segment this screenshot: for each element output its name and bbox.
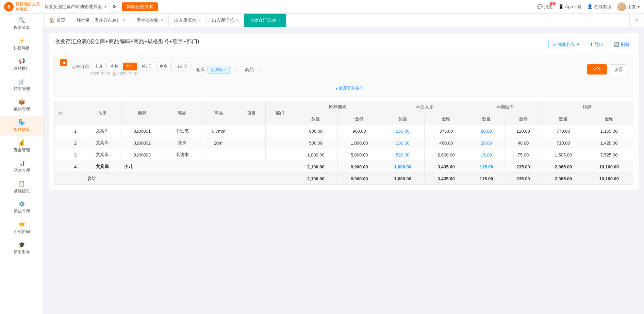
- sub-warehouse: 文具库: [84, 161, 120, 173]
- total-in-amount: 3,435.00: [425, 173, 468, 185]
- no-col-header: [67, 101, 84, 125]
- out-qty-header: 数量: [468, 113, 505, 125]
- gear-button[interactable]: ⚙: [110, 2, 119, 12]
- sidebar-item-label: 新手引导: [14, 249, 30, 255]
- refresh-icon: 🔄: [614, 42, 619, 47]
- tab-close-icon[interactable]: ×: [161, 18, 163, 23]
- date-btn-7days[interactable]: 近7天: [138, 63, 155, 70]
- sidebar-item-sales[interactable]: 🛒 销售管理: [0, 75, 43, 95]
- sales-icon: 🛒: [18, 78, 25, 85]
- row-in-qty[interactable]: 520.00: [381, 149, 425, 161]
- tab-close-all[interactable]: ×: [629, 14, 644, 27]
- total-bal-amount: 10,100.00: [585, 173, 633, 185]
- row-in-qty[interactable]: 250.00: [381, 125, 425, 137]
- sidebar-item-purchase[interactable]: 📦 采购管理: [0, 95, 43, 116]
- date-btn-last-month[interactable]: 上月: [92, 63, 106, 70]
- tab-in-out-flow[interactable]: 出入库流水 ×: [169, 14, 207, 27]
- expand-button[interactable]: ▾ 展开更多条件: [333, 84, 366, 93]
- date-btn-more[interactable]: 更多: [156, 63, 171, 70]
- warehouse-tag-close-icon[interactable]: ×: [224, 67, 227, 72]
- system-name-label: 装备及固定资产辅助管理系统: [44, 4, 102, 10]
- sidebar-item-guide[interactable]: 🎓 新手引导: [0, 238, 43, 259]
- refresh-button[interactable]: 🔄 刷新: [610, 40, 633, 49]
- filter-area: 记账日期 上月 本月 本年 近7天 更多: [71, 59, 627, 78]
- open-qty-header: 数量: [294, 113, 338, 125]
- tab-label: 出入库流水: [174, 17, 196, 23]
- warehouse-ellipsis[interactable]: ...: [232, 67, 240, 73]
- set-button[interactable]: 设置: [610, 64, 627, 75]
- collapse-arrow[interactable]: ◀: [60, 59, 67, 66]
- row-out-qty[interactable]: 15.00: [468, 149, 505, 161]
- row-out-qty[interactable]: 20.00: [468, 137, 505, 149]
- page-content: 收发存汇总表(按仓库+商品编码+商品+规格型号+项目+部门) 🖨 模板打印 ▾ …: [44, 27, 644, 314]
- sidebar-item-search[interactable]: 🔍 搜索菜单: [0, 14, 43, 34]
- sub-bal-qty: 2,985.00: [542, 161, 585, 173]
- app-download-button[interactable]: 📱 App下载: [558, 4, 582, 10]
- header-right-btns: 🖨 模板打印 ▾ ⬇ 导出 🔄 刷新: [548, 40, 633, 49]
- table-row: 2 文具库 0100002 胶水 20ml 500.00 1,000.00 23…: [55, 137, 633, 149]
- print-button[interactable]: 🖨 模板打印 ▾: [548, 40, 583, 49]
- sidebar-item-enterprise[interactable]: 🤝 企业协同: [0, 218, 43, 238]
- bal-amount-header: 金额: [585, 113, 633, 125]
- row-out-qty[interactable]: 80.00: [468, 125, 505, 137]
- export-button[interactable]: ⬇ 导出: [586, 40, 607, 49]
- sub-in-qty[interactable]: 1,000.00: [381, 161, 425, 173]
- row-in-qty[interactable]: 230.00: [381, 137, 425, 149]
- sub-out-qty[interactable]: 115.00: [468, 161, 505, 173]
- row-dept: [266, 149, 294, 161]
- tab-batch-ledger[interactable]: 库存批次账 ×: [131, 14, 169, 27]
- tab-close-icon[interactable]: ×: [198, 18, 201, 23]
- finance-icon: 💰: [18, 139, 25, 146]
- date-btn-this-month[interactable]: 本月: [107, 63, 121, 70]
- tab-home[interactable]: 🏠 首页: [44, 14, 71, 27]
- date-btn-this-year[interactable]: 本年: [123, 63, 137, 70]
- sub-open-qty: 2,100.00: [294, 161, 338, 173]
- warehouse-col-header: 仓库: [84, 101, 120, 125]
- tab-label: 收发存汇总表: [250, 17, 276, 23]
- tab-stock-dist[interactable]: 现存量（库存分布表） ×: [71, 14, 131, 27]
- sidebar-item-marketing[interactable]: 📢 营销推广: [0, 54, 43, 75]
- warehouse-tag[interactable]: 文具库 ×: [208, 66, 230, 74]
- system-dropdown-arrow[interactable]: ▾: [104, 4, 107, 9]
- sidebar-item-finance[interactable]: 💰 资金管理: [0, 136, 43, 156]
- logo-area: 6 畅捷通好生意 标准版: [4, 2, 40, 12]
- marketing-icon: 📢: [18, 58, 25, 64]
- sidebar-item-system[interactable]: ⚙️ 系统管理: [0, 197, 43, 218]
- export-icon: ⬇: [590, 42, 593, 47]
- print-dropdown-arrow: ▾: [577, 42, 579, 47]
- balance-group-header: 结存: [542, 101, 633, 113]
- tab-close-icon[interactable]: ×: [278, 18, 281, 23]
- sidebar-item-operations[interactable]: 📊 经营管理: [0, 156, 43, 177]
- sidebar-item-inventory[interactable]: 🏪 库存核算: [0, 116, 43, 136]
- row-no: 2: [67, 137, 84, 149]
- row-in-amount: 375.00: [425, 125, 468, 137]
- sub-label: 小计: [120, 161, 294, 173]
- sidebar-item-quick[interactable]: ⚡ 快捷导航: [0, 34, 43, 54]
- message-button[interactable]: 💬 消息 6: [537, 4, 553, 10]
- row-settings: [55, 137, 67, 149]
- row-settings: [55, 149, 67, 161]
- tab-close-icon[interactable]: ×: [236, 18, 238, 23]
- row-warehouse: 文具库: [84, 149, 120, 161]
- row-warehouse: 文具库: [84, 137, 120, 149]
- tab-in-out-summary[interactable]: 出入库汇总 ×: [207, 14, 244, 27]
- sidebar-item-base[interactable]: 📋 基础信息: [0, 177, 43, 197]
- date-btn-custom[interactable]: 自定义: [172, 63, 191, 70]
- total-bal-qty: 2,985.00: [542, 173, 585, 185]
- logo-icon: 6: [4, 2, 14, 12]
- settings-col-header[interactable]: ⚙: [55, 101, 67, 125]
- sidebar-item-label: 经营管理: [14, 168, 30, 173]
- row-out-amount: 40.00: [505, 137, 542, 149]
- goods-ellipsis[interactable]: ...: [257, 67, 264, 73]
- main-layout: 🔍 搜索菜单 ⚡ 快捷导航 📢 营销推广 🛒 销售管理 📦 采购管理 🏪: [0, 14, 644, 314]
- row-out-amount: 120.00: [505, 125, 542, 137]
- tab-recv-send-summary[interactable]: 收发存汇总表 ×: [244, 14, 286, 27]
- trial-button[interactable]: 体验行业方案: [122, 2, 158, 11]
- tab-close-icon[interactable]: ×: [123, 18, 125, 23]
- user-menu[interactable]: 用友 ▾: [617, 2, 640, 11]
- query-button[interactable]: 查询: [587, 64, 607, 75]
- online-service-button[interactable]: 👤 在线客服: [587, 4, 612, 10]
- row-goods-code: 0100003: [120, 149, 164, 161]
- sidebar-item-label: 资金管理: [14, 147, 30, 153]
- goods-label: 商品: [245, 67, 254, 73]
